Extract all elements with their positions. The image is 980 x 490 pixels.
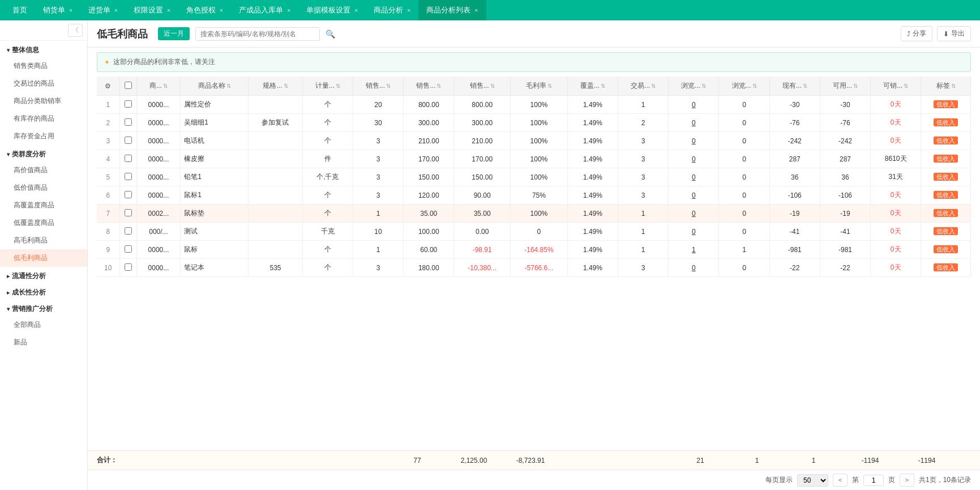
row-num-0: 1 <box>97 96 119 114</box>
nav-close-analysis-list[interactable]: × <box>474 7 478 14</box>
nav-template[interactable]: 单据模板设置 × <box>298 0 366 20</box>
nav-sales-order[interactable]: 销货单 × <box>35 0 80 20</box>
nav-close-inbound[interactable]: × <box>287 7 290 14</box>
sidebar-item-high-value[interactable]: 高价值商品 <box>0 161 87 179</box>
nav-permission[interactable]: 权限设置 × <box>126 0 178 20</box>
sidebar-collapse-btn[interactable]: 《 <box>68 24 83 37</box>
sidebar-group-overall[interactable]: ▾ 整体信息 <box>0 41 87 57</box>
col-amount-header[interactable]: 销售...⇅ <box>404 76 454 96</box>
col-unit-header[interactable]: 计量...⇅ <box>302 76 353 96</box>
col-browse1-header[interactable]: 浏览...⇅ <box>669 76 719 96</box>
search-icon[interactable]: 🔍 <box>326 29 335 39</box>
sidebar-item-new-goods[interactable]: 新品 <box>0 334 87 351</box>
row-select-7[interactable] <box>125 227 132 235</box>
row-browse1-2[interactable]: 0 <box>669 132 719 150</box>
settings-icon[interactable]: ⚙ <box>105 82 111 90</box>
row-checkbox-1[interactable] <box>119 114 136 132</box>
row-browse1-6[interactable]: 0 <box>669 204 719 223</box>
nav-close-permission[interactable]: × <box>167 7 170 14</box>
nav-close-analysis[interactable]: × <box>407 7 410 14</box>
col-margin-header[interactable]: 毛利率⇅ <box>511 76 568 96</box>
arrow-icon-5: ▾ <box>7 306 10 312</box>
nav-close-purchase[interactable]: × <box>114 7 118 14</box>
sidebar-group-liquidity[interactable]: ▸ 流通性分析 <box>0 267 87 283</box>
row-coverage-3: 1.49% <box>567 150 618 168</box>
row-margin-8: -164.85% <box>511 241 568 259</box>
row-checkbox-0[interactable] <box>119 96 136 114</box>
col-browse2-header[interactable]: 浏览...⇅ <box>719 76 769 96</box>
sidebar-item-high-margin[interactable]: 高毛利商品 <box>0 232 87 249</box>
row-select-0[interactable] <box>125 100 132 108</box>
time-filter-btn[interactable]: 近一月 <box>158 27 190 40</box>
sidebar-item-low-value[interactable]: 低价值商品 <box>0 179 87 197</box>
sidebar-item-traded-goods[interactable]: 交易过的商品 <box>0 75 87 92</box>
sidebar-item-low-coverage[interactable]: 低覆盖度商品 <box>0 214 87 232</box>
row-checkbox-8[interactable] <box>119 241 136 259</box>
nav-close-sales[interactable]: × <box>69 7 72 14</box>
nav-purchase-order[interactable]: 进货单 × <box>80 0 126 20</box>
nav-close-role[interactable]: × <box>220 7 223 14</box>
sidebar-group-growth[interactable]: ▸ 成长性分析 <box>0 283 87 300</box>
row-select-3[interactable] <box>125 155 132 162</box>
sidebar-item-in-stock[interactable]: 有库存的商品 <box>0 110 87 127</box>
row-select-4[interactable] <box>125 173 132 180</box>
row-browse1-1[interactable]: 0 <box>669 114 719 132</box>
col-spec-header[interactable]: 规格...⇅ <box>249 76 302 96</box>
sidebar-item-category-rate[interactable]: 商品分类助销率 <box>0 92 87 110</box>
nav-close-template[interactable]: × <box>354 7 358 14</box>
row-checkbox-9[interactable] <box>119 259 136 277</box>
sidebar-group-marketing[interactable]: ▾ 营销推广分析 <box>0 300 87 316</box>
row-select-8[interactable] <box>125 245 132 253</box>
export-btn[interactable]: ⬇ 导出 <box>937 26 971 41</box>
col-sellable-header[interactable]: 可销...⇅ <box>871 76 921 96</box>
sidebar-group-cluster[interactable]: ▾ 类群度分析 <box>0 145 87 161</box>
row-browse1-5[interactable]: 0 <box>669 186 719 204</box>
row-browse1-3[interactable]: 0 <box>669 150 719 168</box>
col-name-header[interactable]: 商品名称⇅ <box>181 76 249 96</box>
row-select-5[interactable] <box>125 191 132 198</box>
sidebar-item-high-coverage[interactable]: 高覆盖度商品 <box>0 197 87 214</box>
row-browse1-8[interactable]: 1 <box>669 241 719 259</box>
sidebar-item-low-margin[interactable]: 低毛利商品 <box>0 249 87 267</box>
col-code-header[interactable]: 商...⇅ <box>136 76 181 96</box>
nav-goods-analysis[interactable]: 商品分析 × <box>366 0 418 20</box>
nav-role-auth[interactable]: 角色授权 × <box>178 0 231 20</box>
sidebar-item-sales-goods[interactable]: 销售类商品 <box>0 57 87 75</box>
row-checkbox-7[interactable] <box>119 223 136 241</box>
row-browse1-9[interactable]: 0 <box>669 259 719 277</box>
footer-browse1: 1 <box>734 457 780 465</box>
row-select-6[interactable] <box>125 209 132 216</box>
col-profit-header[interactable]: 销售...⇅ <box>454 76 511 96</box>
sidebar-item-stock-capital[interactable]: 库存资金占用 <box>0 127 87 145</box>
share-btn[interactable]: ⤴ 分享 <box>901 26 932 41</box>
select-all-checkbox[interactable] <box>125 82 132 89</box>
col-qty-header[interactable]: 销售...⇅ <box>353 76 403 96</box>
prev-page-btn[interactable]: ＜ <box>833 474 848 487</box>
row-browse1-0[interactable]: 0 <box>669 96 719 114</box>
col-settings[interactable]: ⚙ <box>97 76 119 96</box>
nav-home[interactable]: 首页 <box>5 0 35 20</box>
row-select-1[interactable] <box>125 118 132 126</box>
col-trade-header[interactable]: 交易...⇅ <box>618 76 669 96</box>
row-select-9[interactable] <box>125 263 132 271</box>
row-select-2[interactable] <box>125 137 132 144</box>
row-name-4: 铅笔1 <box>181 168 249 186</box>
row-checkbox-2[interactable] <box>119 132 136 150</box>
row-checkbox-6[interactable] <box>119 204 136 223</box>
row-checkbox-5[interactable] <box>119 186 136 204</box>
row-browse1-7[interactable]: 0 <box>669 223 719 241</box>
col-coverage-header[interactable]: 覆盖...⇅ <box>567 76 618 96</box>
col-available-header[interactable]: 可用...⇅ <box>820 76 870 96</box>
page-input[interactable] <box>863 475 884 486</box>
sidebar-item-all-goods[interactable]: 全部商品 <box>0 316 87 334</box>
col-tag-header[interactable]: 标签⇅ <box>921 76 971 96</box>
row-checkbox-4[interactable] <box>119 168 136 186</box>
search-input[interactable] <box>195 27 320 41</box>
nav-goods-analysis-list[interactable]: 商品分析列表 × <box>418 0 486 20</box>
per-page-select[interactable]: 50 100 <box>797 474 828 487</box>
col-current-header[interactable]: 现有...⇅ <box>769 76 820 96</box>
next-page-btn[interactable]: ＞ <box>900 474 914 487</box>
nav-product-inbound[interactable]: 产成品入库单 × <box>231 0 298 20</box>
row-checkbox-3[interactable] <box>119 150 136 168</box>
row-browse1-4[interactable]: 0 <box>669 168 719 186</box>
